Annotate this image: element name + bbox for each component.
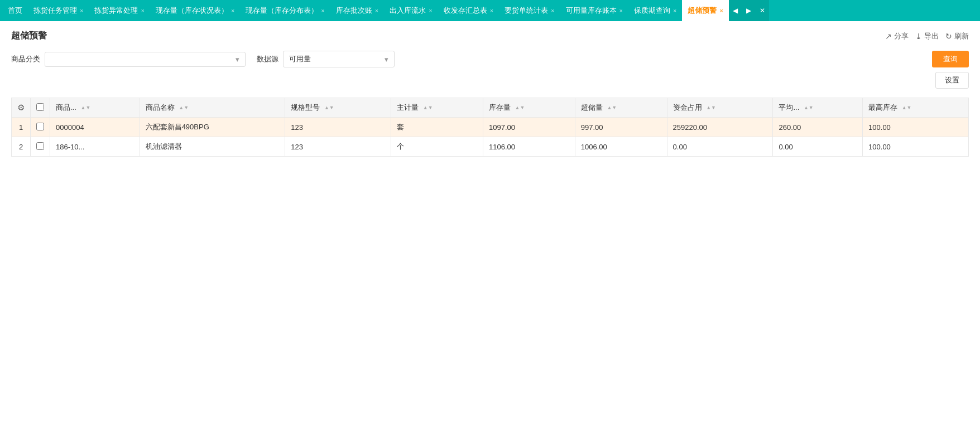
- page-content: 超储预警 ↗ 分享 ⤓ 导出 ↻ 刷新 商品分类: [0, 21, 980, 446]
- nav-arrow-left[interactable]: ◀: [729, 0, 742, 21]
- chevron-down-icon: ▾: [236, 55, 239, 64]
- nav-label: 库存批次账: [336, 6, 372, 16]
- close-icon[interactable]: ×: [231, 7, 234, 14]
- close-icon[interactable]: ×: [321, 7, 324, 14]
- row-name: 机油滤清器: [140, 137, 285, 157]
- nav-arrow-right[interactable]: ▶: [742, 0, 756, 21]
- export-label: 导出: [924, 31, 939, 41]
- sort-icon: ▲▼: [804, 105, 814, 110]
- gear-icon[interactable]: ⚙: [17, 103, 25, 112]
- sort-icon: ▲▼: [706, 105, 716, 110]
- top-nav: 首页 拣货任务管理 × 拣货异常处理 × 现存量（库存状况表） × 现存量（库存…: [0, 0, 980, 21]
- close-icon[interactable]: ×: [80, 7, 83, 14]
- col-unit-label: 主计量: [397, 103, 419, 112]
- query-button[interactable]: 查询: [932, 51, 969, 67]
- refresh-button[interactable]: ↻ 刷新: [945, 31, 969, 41]
- filter-category: 商品分类 ▾: [11, 52, 246, 67]
- row-avg: 0.00: [773, 137, 863, 157]
- col-header-max[interactable]: 最高库存 ▲▼: [863, 98, 969, 118]
- page-header: 超储预警 ↗ 分享 ⤓ 导出 ↻ 刷新: [11, 30, 969, 42]
- nav-item-inout-flow[interactable]: 出入库流水 ×: [384, 0, 438, 21]
- close-icon[interactable]: ×: [619, 7, 623, 14]
- nav-item-home-label: 首页: [8, 6, 22, 16]
- row-num: 2: [12, 137, 31, 157]
- col-spec-label: 规格型号: [291, 103, 320, 112]
- row-unit: 套: [391, 118, 483, 137]
- nav-item-expiry[interactable]: 保质期查询 ×: [628, 0, 682, 21]
- row-name: 六配套新昌490BPG: [140, 118, 285, 137]
- row-checkbox[interactable]: [36, 123, 44, 130]
- close-icon[interactable]: ×: [375, 7, 378, 14]
- nav-item-home[interactable]: 首页: [2, 0, 28, 21]
- col-header-capital[interactable]: 资金占用 ▲▼: [667, 98, 773, 118]
- col-code-label: 商品...: [56, 103, 76, 112]
- close-icon[interactable]: ×: [719, 7, 723, 14]
- row-max: 100.00: [863, 137, 969, 157]
- share-button[interactable]: ↗ 分享: [885, 31, 909, 41]
- nav-item-abnormal[interactable]: 拣货异常处理 ×: [89, 0, 150, 21]
- close-icon[interactable]: ×: [141, 7, 144, 14]
- row-checkbox-cell: [31, 137, 50, 157]
- col-capital-label: 资金占用: [673, 103, 702, 112]
- col-header-overstock[interactable]: 超储量 ▲▼: [575, 98, 667, 118]
- nav-label: 保质期查询: [634, 6, 670, 16]
- row-capital: 259220.00: [667, 118, 773, 137]
- nav-label: 现存量（库存状况表）: [156, 6, 228, 16]
- col-header-stock[interactable]: 库存量 ▲▼: [483, 98, 575, 118]
- header-actions: ↗ 分享 ⤓ 导出 ↻ 刷新: [885, 31, 969, 41]
- close-icon[interactable]: ×: [673, 7, 676, 14]
- row-max: 100.00: [863, 118, 969, 137]
- nav-label: 现存量（库存分布表）: [246, 6, 318, 16]
- row-capital: 0.00: [667, 137, 773, 157]
- nav-item-order-stat[interactable]: 要货单统计表 ×: [499, 0, 560, 21]
- close-icon[interactable]: ×: [490, 7, 493, 14]
- row-checkbox-cell: [31, 118, 50, 137]
- sort-icon: ▲▼: [902, 105, 912, 110]
- col-header-checkbox: [31, 98, 50, 118]
- col-header-avg[interactable]: 平均... ▲▼: [773, 98, 863, 118]
- row-spec: 123: [285, 118, 391, 137]
- nav-item-inventory-status[interactable]: 现存量（库存状况表） ×: [150, 0, 240, 21]
- nav-label: 要货单统计表: [505, 6, 548, 16]
- export-button[interactable]: ⤓ 导出: [915, 31, 939, 41]
- col-header-code[interactable]: 商品... ▲▼: [50, 98, 140, 118]
- nav-item-collect[interactable]: 收发存汇总表 ×: [438, 0, 499, 21]
- nav-item-batch[interactable]: 库存批次账 ×: [330, 0, 384, 21]
- table-row: 1 0000004 六配套新昌490BPG 123 套 1097.00 997.…: [12, 118, 969, 137]
- nav-item-inventory-dist[interactable]: 现存量（库存分布表） ×: [240, 0, 330, 21]
- col-name-label: 商品名称: [146, 103, 175, 112]
- row-overstock: 997.00: [575, 118, 667, 137]
- row-spec: 123: [285, 137, 391, 157]
- col-header-spec[interactable]: 规格型号 ▲▼: [285, 98, 391, 118]
- close-icon[interactable]: ×: [551, 7, 554, 14]
- category-select[interactable]: ▾: [45, 52, 246, 67]
- row-checkbox[interactable]: [36, 142, 44, 150]
- right-buttons: 查询 设置: [932, 51, 969, 89]
- filter-row: 商品分类 ▾ 数据源 可用量 ▾: [11, 51, 932, 67]
- select-all-checkbox[interactable]: [36, 103, 44, 111]
- nav-item-available-acct[interactable]: 可用量库存账本 ×: [560, 0, 628, 21]
- nav-item-task-mgmt[interactable]: 拣货任务管理 ×: [28, 0, 89, 21]
- nav-label: 拣货任务管理: [33, 6, 77, 16]
- chevron-down-icon: ▾: [385, 55, 388, 64]
- col-stock-label: 库存量: [489, 103, 511, 112]
- page-title: 超储预警: [11, 30, 47, 42]
- col-header-unit[interactable]: 主计量 ▲▼: [391, 98, 483, 118]
- row-unit: 个: [391, 137, 483, 157]
- settings-button[interactable]: 设置: [935, 72, 969, 89]
- nav-arrow-close[interactable]: ✕: [756, 0, 769, 21]
- category-label: 商品分类: [11, 54, 40, 64]
- data-table: ⚙ 商品... ▲▼ 商品名称 ▲▼ 规格型号 ▲▼ 主计: [11, 98, 969, 157]
- nav-label: 出入库流水: [390, 6, 426, 16]
- col-max-label: 最高库存: [868, 103, 897, 112]
- share-icon: ↗: [885, 32, 892, 41]
- row-num: 1: [12, 118, 31, 137]
- datasource-select[interactable]: 可用量 ▾: [283, 51, 395, 67]
- nav-label: 拣货异常处理: [94, 6, 138, 16]
- filter-datasource: 数据源 可用量 ▾: [257, 51, 395, 67]
- nav-item-overstock[interactable]: 超储预警 ×: [682, 0, 728, 21]
- close-icon[interactable]: ×: [429, 7, 432, 14]
- datasource-label: 数据源: [257, 54, 278, 64]
- sort-icon: ▲▼: [423, 105, 433, 110]
- col-header-name[interactable]: 商品名称 ▲▼: [140, 98, 285, 118]
